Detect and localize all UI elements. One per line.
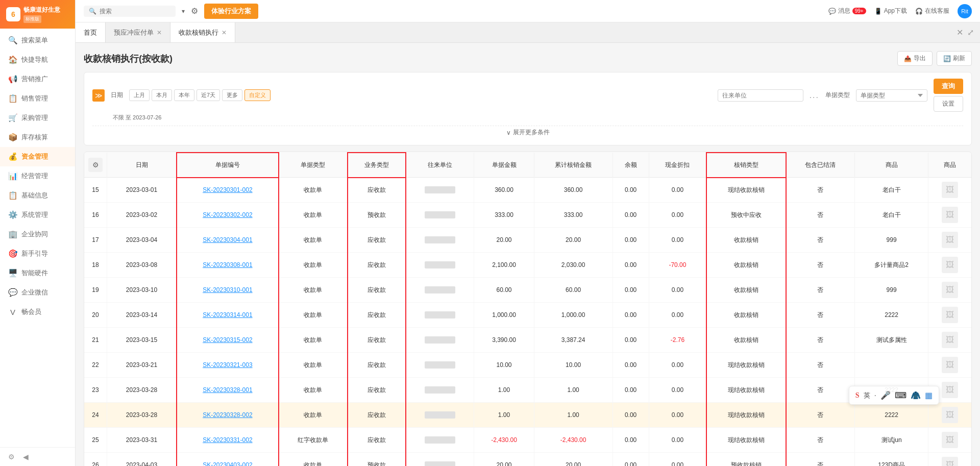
- cell-verify-type: 现结收款核销: [706, 353, 786, 378]
- this-year-btn[interactable]: 本年: [174, 89, 194, 101]
- filter-settings-button[interactable]: 设置: [934, 96, 963, 112]
- search-input[interactable]: [100, 8, 170, 15]
- filter-row-1: ≫ 日期 上月 本月 本年 近7天 更多 自定义 ... 单据类型 单据类型: [92, 79, 963, 112]
- refresh-button[interactable]: 🔄 刷新: [937, 51, 972, 66]
- topbar-gear-icon[interactable]: ⚙: [191, 6, 198, 16]
- cell-product: 老白干: [854, 203, 928, 228]
- sidebar-item-wechat[interactable]: 💬 企业微信: [0, 283, 75, 302]
- cell-balance: 0.00: [612, 178, 649, 203]
- sidebar-item-system[interactable]: ⚙️ 系统管理: [0, 205, 75, 225]
- cell-biz-type: 应收款: [348, 328, 406, 353]
- tab-payable[interactable]: 预应冲应付单 ✕: [106, 22, 170, 42]
- order-link[interactable]: SK-20230302-002: [203, 211, 252, 218]
- sidebar-item-finance[interactable]: 💰 资金管理: [0, 147, 75, 166]
- table-row: 26 2023-04-03 SK-20230403-002 收款单 预收款 20…: [84, 453, 971, 467]
- notifications-btn[interactable]: 💬 消息 99+: [828, 7, 866, 15]
- sidebar-item-search[interactable]: 🔍 搜索菜单: [0, 31, 75, 50]
- last-7-days-btn[interactable]: 近7天: [197, 89, 220, 101]
- tab-receipts-close-icon[interactable]: ✕: [222, 29, 227, 36]
- export-button[interactable]: 📤 导出: [897, 51, 933, 66]
- sidebar-item-member[interactable]: V 畅会员: [0, 302, 75, 322]
- cell-partner: [406, 303, 474, 328]
- content-area: 收款核销执行(按收款) 📤 导出 🔄 刷新 ≫ 日期 上月 本月: [76, 43, 980, 466]
- order-link[interactable]: SK-20230315-002: [203, 336, 252, 344]
- tab-home[interactable]: 首页: [76, 22, 106, 42]
- topbar-dropdown[interactable]: ▾: [182, 8, 185, 15]
- sidebar-item-basic-info[interactable]: 📋 基础信息: [0, 186, 75, 205]
- sidebar-collapse-icon[interactable]: ◀: [23, 453, 29, 461]
- order-link[interactable]: SK-20230328-001: [203, 386, 252, 394]
- sidebar-item-hardware[interactable]: 🖥️ 智能硬件: [0, 263, 75, 283]
- cell-included: 否: [786, 453, 854, 467]
- order-link[interactable]: SK-20230308-001: [203, 261, 252, 268]
- sidebar: 6 畅康道好生意 标推版 🔍 搜索菜单 🏠 快捷导航 📢 营销推广 📋 销售管理…: [0, 0, 76, 466]
- sidebar-item-guide[interactable]: 🎯 新手引导: [0, 244, 75, 263]
- cell-doc-type: 收款单: [279, 328, 348, 353]
- cell-verified: 1,000.00: [534, 303, 612, 328]
- cell-discount: 0.00: [649, 203, 706, 228]
- sidebar-bottom: ⚙ ◀: [0, 447, 75, 466]
- more-date-btn[interactable]: 更多: [222, 89, 242, 101]
- cell-order-no: SK-20230310-001: [177, 278, 279, 303]
- cell-amount: 1,000.00: [474, 303, 534, 328]
- table-row: 16 2023-03-02 SK-20230302-002 收款单 预收款 33…: [84, 203, 971, 228]
- custom-date-btn[interactable]: 自定义: [244, 89, 271, 101]
- sidebar-item-marketing[interactable]: 📢 营销推广: [0, 69, 75, 89]
- avatar[interactable]: Rit: [958, 4, 972, 18]
- expand-more-btn[interactable]: ∨ 展开更多条件: [92, 126, 963, 139]
- cell-order-no: SK-20230321-003: [177, 353, 279, 378]
- tab-payable-close-icon[interactable]: ✕: [157, 29, 162, 36]
- sidebar-item-corp[interactable]: 🏢 企业协同: [0, 225, 75, 244]
- industry-solution-button[interactable]: 体验行业方案: [204, 4, 258, 19]
- order-link[interactable]: SK-20230304-001: [203, 236, 252, 243]
- tab-close-all-icon[interactable]: ✕: [957, 28, 963, 37]
- order-link[interactable]: SK-20230314-001: [203, 311, 252, 318]
- product-thumbnail: 🖼: [942, 282, 958, 298]
- sidebar-item-quick-nav[interactable]: 🏠 快捷导航: [0, 50, 75, 69]
- cell-verify-type: 预收款核销: [706, 453, 786, 467]
- tab-receipts[interactable]: 收款核销执行 ✕: [170, 22, 235, 42]
- topbar-search-box[interactable]: 🔍: [84, 6, 176, 17]
- counterparty-input[interactable]: [718, 89, 803, 102]
- query-button[interactable]: 查询: [934, 79, 963, 94]
- tab-expand-icon[interactable]: ⤢: [967, 28, 974, 37]
- online-service-btn[interactable]: 🎧 在线客服: [915, 7, 949, 15]
- cell-order-no: SK-20230308-001: [177, 253, 279, 278]
- cell-partner: [406, 178, 474, 203]
- cell-verified: -2,430.00: [534, 428, 612, 453]
- order-link[interactable]: SK-20230310-001: [203, 286, 252, 293]
- this-month-btn[interactable]: 本月: [152, 89, 172, 101]
- sidebar-item-inventory[interactable]: 📦 库存核算: [0, 128, 75, 147]
- cell-no: 25: [84, 428, 107, 453]
- order-link[interactable]: SK-20230403-002: [203, 461, 252, 466]
- app-download-btn[interactable]: 📱 App下载: [874, 7, 907, 15]
- tabs-bar: 首页 预应冲应付单 ✕ 收款核销执行 ✕ ✕ ⤢: [76, 22, 980, 43]
- cell-product: 123D商品: [854, 453, 928, 467]
- cell-verified: 20.00: [534, 228, 612, 253]
- cell-amount: 20.00: [474, 228, 534, 253]
- order-link[interactable]: SK-20230321-003: [203, 361, 252, 369]
- th-partner: 往来单位: [406, 153, 474, 178]
- sidebar-item-purchase[interactable]: 🛒 采购管理: [0, 108, 75, 128]
- sidebar-item-sales[interactable]: 📋 销售管理: [0, 89, 75, 108]
- sidebar-item-operation[interactable]: 📊 经营管理: [0, 166, 75, 186]
- order-link[interactable]: SK-20230301-002: [203, 186, 252, 193]
- cell-product-img: 🖼: [928, 203, 971, 228]
- sidebar-item-label-inventory: 库存核算: [21, 133, 48, 142]
- voucher-type-select[interactable]: 单据类型: [856, 89, 927, 102]
- order-link[interactable]: SK-20230331-002: [203, 436, 252, 444]
- order-link[interactable]: SK-20230328-002: [203, 411, 252, 419]
- sidebar-nav: 🔍 搜索菜单 🏠 快捷导航 📢 营销推广 📋 销售管理 🛒 采购管理 📦 库存核…: [0, 29, 75, 447]
- product-thumbnail: 🖼: [942, 257, 958, 273]
- cell-no: 16: [84, 203, 107, 228]
- cell-discount: 0.00: [649, 428, 706, 453]
- finance-icon: 💰: [8, 152, 17, 161]
- tab-home-label: 首页: [84, 28, 97, 37]
- column-settings-icon[interactable]: ⚙: [88, 158, 103, 172]
- logo-text: 畅康道好生意 标推版: [23, 6, 60, 23]
- cell-verified: 3,387.24: [534, 328, 612, 353]
- sidebar-settings-icon[interactable]: ⚙: [8, 453, 15, 461]
- last-month-btn[interactable]: 上月: [129, 89, 150, 101]
- filter-toggle-button[interactable]: ≫: [92, 89, 105, 102]
- headset-icon: 🎧: [915, 8, 923, 15]
